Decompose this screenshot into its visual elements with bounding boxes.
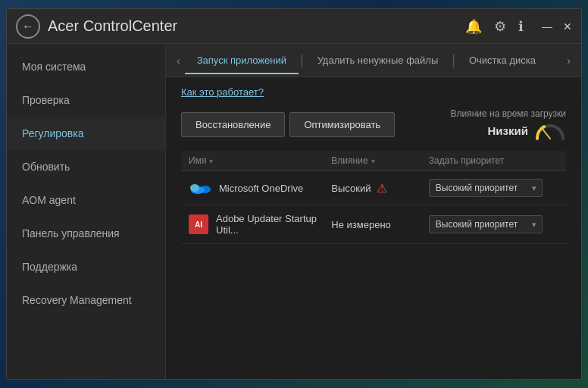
- priority-select-adobe[interactable]: Высокий приоритет: [429, 215, 543, 233]
- sidebar-item-update[interactable]: Обновить: [7, 150, 165, 183]
- window-controls: — ✕: [542, 20, 572, 33]
- tab-left-arrow[interactable]: ‹: [172, 52, 185, 70]
- sidebar: Моя система Проверка Регулировка Обновит…: [7, 44, 166, 379]
- col-header-priority: Задать приоритет: [429, 155, 558, 166]
- app-title: Acer ControlCenter: [48, 17, 177, 35]
- boot-influence-value: Низкий: [488, 120, 566, 140]
- optimize-button[interactable]: Оптимизировать: [289, 112, 395, 137]
- boot-influence: Влияние на время загрузки Низкий: [450, 108, 566, 140]
- influence-sort-icon[interactable]: ▾: [371, 157, 375, 165]
- table-row: AI Adobe Updater Startup Util... Не изме…: [181, 205, 566, 244]
- gauge-icon: [534, 120, 566, 140]
- sidebar-item-regulate[interactable]: Регулировка: [7, 117, 165, 150]
- priority-onedrive[interactable]: Высокий приоритет: [429, 179, 558, 197]
- app-name-text-adobe: Adobe Updater Startup Util...: [216, 213, 331, 236]
- back-button[interactable]: ←: [16, 14, 40, 39]
- tab-delete-files[interactable]: Удалить ненужные файлы: [305, 47, 451, 74]
- tab-app-launch[interactable]: Запуск приложений: [185, 47, 299, 74]
- sidebar-item-my-system[interactable]: Моя система: [7, 50, 165, 83]
- sidebar-item-check[interactable]: Проверка: [7, 83, 165, 117]
- title-bar: ← Acer ControlCenter 🔔 ⚙ ℹ — ✕: [7, 9, 581, 44]
- sidebar-item-control-panel[interactable]: Панель управления: [7, 217, 165, 250]
- app-window: ← Acer ControlCenter 🔔 ⚙ ℹ — ✕ Моя систе…: [6, 8, 582, 380]
- sidebar-item-aom-agent[interactable]: AOM agent: [7, 183, 165, 217]
- info-icon[interactable]: ℹ: [518, 18, 524, 35]
- col-header-name: Имя ▾: [189, 155, 331, 166]
- influence-onedrive: Высокий ⚠: [331, 181, 428, 196]
- sidebar-item-recovery[interactable]: Recovery Management: [7, 283, 165, 317]
- app-name-text-onedrive: Microsoft OneDrive: [219, 183, 303, 194]
- how-it-works-link[interactable]: Как это работает?: [181, 86, 566, 98]
- bell-icon[interactable]: 🔔: [465, 18, 482, 35]
- close-button[interactable]: ✕: [563, 20, 572, 33]
- priority-select-onedrive[interactable]: Высокий приоритет: [429, 179, 543, 197]
- priority-adobe[interactable]: Высокий приоритет: [429, 215, 558, 233]
- col-header-influence: Влияние ▾: [331, 155, 428, 166]
- onedrive-icon: [189, 180, 211, 196]
- minimize-button[interactable]: —: [542, 20, 552, 33]
- content-inner: Как это работает? Восстановление Оптимиз…: [166, 77, 581, 379]
- tab-separator-2: |: [450, 52, 457, 68]
- tab-separator-1: |: [299, 52, 305, 68]
- table-row: Microsoft OneDrive Высокий ⚠ Высокий при…: [181, 171, 566, 205]
- tabs-bar: ‹ Запуск приложений | Удалить ненужные ф…: [166, 44, 581, 77]
- table-header: Имя ▾ Влияние ▾ Задать приоритет: [181, 151, 566, 171]
- warning-icon-onedrive: ⚠: [377, 181, 387, 196]
- app-name-adobe: AI Adobe Updater Startup Util...: [189, 213, 331, 236]
- restore-button[interactable]: Восстановление: [181, 112, 285, 137]
- adobe-icon: AI: [189, 214, 208, 234]
- tab-disk-clean[interactable]: Очистка диска: [457, 47, 548, 74]
- sidebar-item-support[interactable]: Поддержка: [7, 250, 165, 283]
- main-layout: Моя система Проверка Регулировка Обновит…: [7, 44, 581, 379]
- title-bar-right: 🔔 ⚙ ℹ — ✕: [465, 18, 572, 35]
- svg-point-3: [190, 184, 199, 192]
- boot-influence-label: Влияние на время загрузки: [450, 108, 566, 119]
- priority-wrapper-adobe[interactable]: Высокий приоритет: [429, 215, 543, 233]
- svg-line-0: [542, 128, 550, 139]
- gear-icon[interactable]: ⚙: [494, 18, 506, 35]
- influence-adobe: Не измерено: [331, 219, 428, 230]
- app-name-onedrive: Microsoft OneDrive: [189, 180, 331, 196]
- action-row: Восстановление Оптимизировать Влияние на…: [181, 108, 566, 140]
- content-area: ‹ Запуск приложений | Удалить ненужные ф…: [166, 44, 581, 379]
- title-bar-left: ← Acer ControlCenter: [16, 14, 465, 39]
- name-sort-icon[interactable]: ▾: [209, 157, 213, 165]
- priority-wrapper-onedrive[interactable]: Высокий приоритет: [429, 179, 543, 197]
- tab-right-arrow[interactable]: ›: [562, 52, 575, 70]
